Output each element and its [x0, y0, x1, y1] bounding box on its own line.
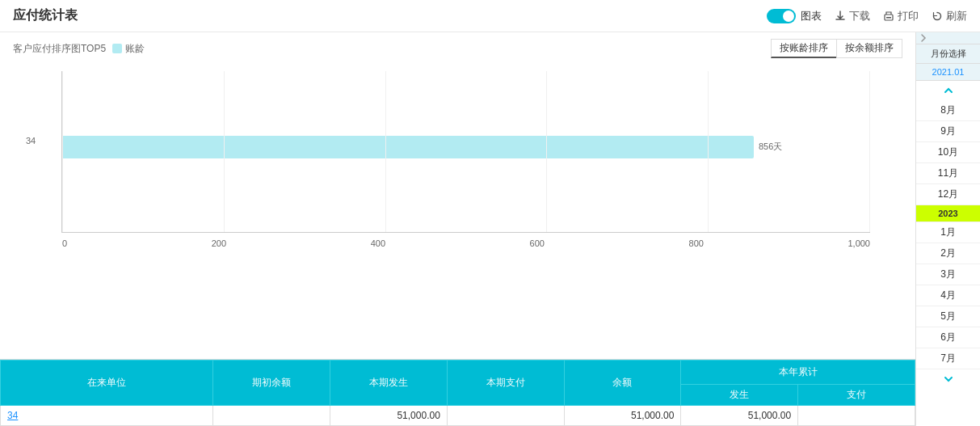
- sidebar-month-8[interactable]: 8月: [916, 100, 980, 121]
- sidebar-down-arrow[interactable]: [916, 369, 980, 389]
- sidebar-month-2[interactable]: 2月: [916, 243, 980, 264]
- col-header-paid: 本期支付: [447, 361, 564, 406]
- x-tick-5: 1,000: [848, 238, 870, 248]
- x-axis: 0 200 400 600 800 1,000: [62, 238, 870, 248]
- x-tick-0: 0: [62, 238, 67, 248]
- sidebar-month-5[interactable]: 5月: [916, 306, 980, 327]
- col-header-opening: 期初余额: [213, 361, 330, 406]
- x-tick-1: 200: [212, 238, 226, 248]
- sidebar-expand-btn[interactable]: [916, 32, 980, 44]
- col-header-ytd: 本年累计: [681, 361, 915, 385]
- sidebar-month-11[interactable]: 11月: [916, 163, 980, 184]
- cell-paid: [447, 406, 564, 426]
- sidebar-month-1[interactable]: 1月: [916, 222, 980, 243]
- svg-rect-1: [886, 17, 891, 19]
- bar-chart: 34 856天 0 200 400 600 800: [13, 63, 902, 257]
- download-button[interactable]: 下载: [835, 9, 870, 23]
- chart-legend-title: 客户应付排序图TOP5: [13, 42, 106, 56]
- chart-header: 客户应付排序图TOP5 账龄 按账龄排序 按余额排序: [13, 39, 902, 58]
- x-tick-4: 800: [689, 238, 704, 248]
- chevron-up-icon: [942, 84, 955, 97]
- header-actions: 图表 下载 打印 刷新: [767, 9, 967, 23]
- sidebar-current-value[interactable]: 2021.01: [916, 64, 980, 81]
- legend-item-age: 账龄: [112, 42, 145, 56]
- sidebar-month-4[interactable]: 4月: [916, 285, 980, 306]
- chart-toggle-group: 图表: [767, 9, 822, 23]
- cell-balance: 51,000.00: [564, 406, 681, 426]
- sidebar-up-arrow[interactable]: [916, 81, 980, 100]
- header: 应付统计表 图表 下载 打印 刷新: [0, 0, 980, 32]
- page-title: 应付统计表: [13, 7, 78, 24]
- cell-ytd-paid: [798, 406, 915, 426]
- sidebar-month-10[interactable]: 10月: [916, 142, 980, 163]
- sort-by-balance-button[interactable]: 按余额排序: [836, 39, 902, 58]
- print-icon: [883, 11, 894, 22]
- sidebar-month-7[interactable]: 7月: [916, 348, 980, 369]
- x-tick-3: 600: [530, 238, 545, 248]
- sidebar-month-9[interactable]: 9月: [916, 121, 980, 142]
- right-sidebar: 月份选择 2021.01 8月 9月 10月 11月 12月 2023 1月 2…: [915, 32, 980, 426]
- x-tick-2: 400: [371, 238, 385, 248]
- refresh-button[interactable]: 刷新: [932, 9, 967, 23]
- refresh-icon: [932, 11, 943, 22]
- col-header-ytd-paid: 支付: [798, 385, 915, 406]
- table-body: 34 51,000.00 51,000.00 51,000.00: [1, 406, 915, 426]
- sidebar-month-6[interactable]: 6月: [916, 327, 980, 348]
- print-button[interactable]: 打印: [883, 9, 919, 23]
- chart-table-area: 客户应付排序图TOP5 账龄 按账龄排序 按余额排序: [0, 32, 915, 426]
- table-section: 在来单位 期初余额 本期发生 本期支付 余额 本年累计 发生 支付: [0, 359, 915, 426]
- table-row: 34 51,000.00 51,000.00 51,000.00: [1, 406, 915, 426]
- app-container: 应付统计表 图表 下载 打印 刷新: [0, 0, 980, 426]
- col-header-occurred: 本期发生: [330, 361, 448, 406]
- sidebar-month-title: 月份选择: [916, 44, 980, 64]
- chevron-right-icon: [919, 32, 927, 44]
- cell-unit[interactable]: 34: [1, 406, 213, 426]
- cell-ytd-occurred: 51,000.00: [681, 406, 798, 426]
- cell-opening: [213, 406, 330, 426]
- chart-toggle[interactable]: [767, 9, 796, 23]
- col-header-balance: 余额: [564, 361, 681, 406]
- sidebar-month-12[interactable]: 12月: [916, 184, 980, 205]
- chart-toggle-label: 图表: [801, 9, 822, 23]
- bar-row-0: 856天: [62, 136, 870, 158]
- sort-buttons: 按账龄排序 按余额排序: [771, 39, 902, 58]
- download-icon: [835, 11, 846, 22]
- bar-fill-0: [62, 136, 754, 158]
- sort-by-age-button[interactable]: 按账龄排序: [771, 39, 836, 58]
- legend-label-age: 账龄: [125, 42, 145, 56]
- main-content: 客户应付排序图TOP5 账龄 按账龄排序 按余额排序: [0, 32, 980, 426]
- sidebar-year-2023[interactable]: 2023: [916, 205, 980, 222]
- col-header-unit: 在来单位: [1, 361, 213, 406]
- chart-section: 客户应付排序图TOP5 账龄 按账龄排序 按余额排序: [0, 32, 915, 359]
- col-header-ytd-occurred: 发生: [681, 385, 798, 406]
- data-table: 在来单位 期初余额 本期发生 本期支付 余额 本年累计 发生 支付: [0, 360, 915, 426]
- chart-legend: 客户应付排序图TOP5 账龄: [13, 42, 145, 56]
- legend-color-age: [112, 44, 122, 53]
- bar-chart-inner: 34 856天 0 200 400 600 800: [61, 71, 870, 233]
- sidebar-month-3[interactable]: 3月: [916, 264, 980, 285]
- chevron-down-icon: [942, 373, 955, 386]
- cell-occurred: 51,000.00: [330, 406, 448, 426]
- y-axis-label: 34: [26, 136, 36, 146]
- bar-end-label-0: 856天: [759, 141, 782, 153]
- table-header-row-1: 在来单位 期初余额 本期发生 本期支付 余额 本年累计: [1, 361, 915, 385]
